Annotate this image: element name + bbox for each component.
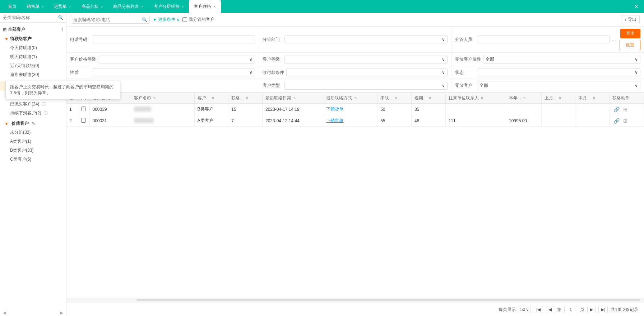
sidebar-unclassified[interactable]: 未分组(32) [0,128,66,137]
sort-category-icon[interactable]: ⇅ [212,96,214,100]
nav-customer-tier[interactable]: 客户分层经营 × [149,0,189,13]
sort-thisyear-icon[interactable]: ⇅ [523,96,526,100]
sidebar-a-class[interactable]: A类客户(1) [0,137,66,146]
sidebar-c-class[interactable]: C类客户(6) [0,155,66,164]
main-search-input[interactable] [73,17,142,22]
next-page-btn[interactable]: ▶ [587,306,596,313]
manager-more-icon[interactable]: … [612,37,616,42]
col-contact-header: 联络... ⇅ [228,93,263,104]
table-row: 2 000031 客户名称2 A类客户 7 2023-04-12 14:44: … [66,115,644,127]
row2-lastdate: 2023-04-12 14:44: [263,115,323,127]
main-layout: 🔍 ⊞ 全部客户 《 ▼ 待联络客户 今天待联络(0) 明天待联络(1) 近7天… [0,13,644,316]
sidebar-search-input[interactable] [3,15,58,20]
retail-attr-select[interactable]: 全部 ∨ [483,55,640,64]
customer-type-select[interactable]: ∨ [284,82,448,90]
close-customer-contact-icon[interactable]: × [213,4,216,9]
nav-customer-contact[interactable]: 客户联络 × [189,0,221,13]
customer-type-label: 客户类型 [263,82,282,89]
last-page-btn[interactable]: ▶| [598,306,608,313]
collapse-icon[interactable]: 《 [59,27,63,32]
sort-overdue-icon[interactable]: ⇅ [428,96,431,100]
sidebar-7day-pending[interactable]: 近7天待联络(0) [0,61,66,70]
sort-unread-icon[interactable]: ⇅ [395,96,398,100]
nav-sales[interactable]: 销售单 × [22,0,49,13]
phone-input[interactable] [94,37,252,42]
status-select[interactable]: ∨ [477,69,640,76]
close-sales-icon[interactable]: × [42,4,44,9]
page-input[interactable] [564,306,577,313]
nav-product-analysis[interactable]: 商品分析 × [77,0,108,13]
scrollbar-thumb[interactable] [136,299,640,301]
payment-select[interactable]: ∨ [286,69,448,76]
row1-link-icon[interactable]: 🔗 [613,107,620,112]
sort-name-icon[interactable]: ⇅ [153,96,156,100]
my-customer-checkbox[interactable] [182,17,187,22]
sidebar-tomorrow-pending[interactable]: 明天待联络(1) [0,52,66,61]
per-page-select[interactable]: 50 ∨ [519,306,531,313]
sidebar-b-class[interactable]: B类客户(33) [0,146,66,155]
sort-contact-icon[interactable]: ⇅ [246,96,249,100]
filter-customer-level: 客户等级 ∨ [259,53,451,66]
first-page-btn[interactable]: |◀ [534,306,543,313]
sidebar-all-customers[interactable]: ⊞ 全部客户 《 [0,25,66,34]
row2-link-icon[interactable]: 🔗 [613,118,620,124]
row2-grid-icon[interactable]: ⊞ [623,118,627,124]
filter-actions: 查询 设置 [620,29,640,50]
sort-lastmonth-icon[interactable]: ⇅ [559,96,561,100]
close-product-list-icon[interactable]: × [141,4,143,9]
sort-thismonth-icon[interactable]: ⇅ [593,96,596,100]
sort-lastdate-icon[interactable]: ⇅ [293,96,296,100]
info-icon-3[interactable]: ⓘ [44,111,48,115]
my-customer-checkbox-wrap: 我分管的客户 [182,16,214,23]
info-icon-2[interactable]: ⓘ [42,102,46,106]
close-customer-tier-icon[interactable]: × [182,4,184,9]
export-button[interactable]: ↑ 导出 [621,15,640,24]
customer-level-select[interactable]: ∨ [284,56,448,63]
row1-select[interactable] [81,107,86,111]
price-level-select[interactable]: ∨ [98,56,255,63]
col-category-header: 客户... ⇅ [194,93,228,104]
main-search-icon[interactable]: 🔍 [142,17,147,22]
manager-input[interactable] [479,37,607,42]
top-nav: 首页 销售单 × 进货单 × 商品分析 × 商品分析列表 × 客户分层经营 × … [0,0,644,13]
sidebar-bottom-arrow[interactable]: ◀ [3,310,6,315]
horizontal-scrollbar[interactable] [66,298,644,303]
query-button[interactable]: 查询 [620,29,640,38]
close-purchase-icon[interactable]: × [69,4,71,9]
dept-select[interactable]: ∨ [284,36,448,43]
row2-lastmethod: 下销货单 [323,115,377,127]
filter-dept: 分管部门 ∨ [259,27,451,52]
sidebar-value-title[interactable]: ▼ 价值客户 ✎ [0,119,66,128]
close-all-tabs[interactable]: × [631,3,641,10]
sidebar-overdue-pending[interactable]: 逾期未联络(30) [0,70,66,79]
page-label: 第 [557,307,561,313]
nav-home[interactable]: 首页 [3,0,22,13]
row2-category: A类客户 [194,115,228,127]
row1-grid-icon[interactable]: ⊞ [623,107,627,112]
set-button[interactable]: 设置 [620,40,640,50]
retail-customer-select[interactable]: 全部 ∨ [477,81,640,90]
close-product-analysis-icon[interactable]: × [101,4,103,9]
row1-lastmethod-link[interactable]: 下销货单 [326,107,343,112]
sort-lastmethod-icon[interactable]: ⇅ [354,96,357,100]
sidebar-expand-arrow[interactable]: ▶ [60,310,63,315]
row2-lastmethod-link[interactable]: 下销货单 [326,118,343,123]
edit-icon[interactable]: ✎ [32,121,35,126]
sidebar-today-pending[interactable]: 今天待联络(0) [0,43,66,52]
nav-product-list[interactable]: 商品分析列表 × [108,0,148,13]
row1-name: 客户名称 [131,104,194,115]
more-filter-btn[interactable]: ▼ 更多条件 ∧ [153,16,180,23]
per-page-chevron: ∨ [526,307,529,312]
customer-level-chevron: ∨ [442,57,445,62]
sort-contact2-icon[interactable]: ⇅ [481,96,483,100]
row2-select[interactable] [81,118,86,123]
prev-page-btn[interactable]: ◀ [546,306,554,313]
row2-action: 🔗 ⊞ [610,115,644,127]
filter-retail-customer: 零散客户 全部 ∨ [451,79,644,92]
sidebar-pending-title[interactable]: ▼ 待联络客户 [0,34,66,43]
sidebar-search-icon[interactable]: 🔍 [58,15,63,20]
nature-select[interactable]: ∨ [92,69,255,76]
nav-purchase[interactable]: 进货单 × [49,0,76,13]
sidebar-declining[interactable]: 持续下滑客户(2) ⓘ [0,109,66,118]
sidebar-churned[interactable]: 已流失客户(24) ⓘ [0,100,66,109]
